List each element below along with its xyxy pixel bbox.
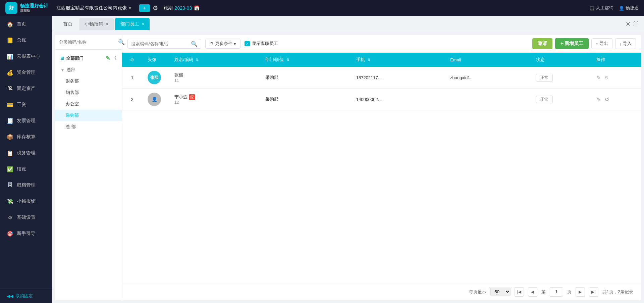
sidebar-item-settle[interactable]: ✅ 结账 <box>0 161 52 177</box>
search-input[interactable] <box>131 41 189 46</box>
add-employee-button[interactable]: + 新增员工 <box>555 38 589 49</box>
row-email: zhangxidf... <box>445 67 531 89</box>
page-number-input[interactable] <box>550 287 563 297</box>
dept-item-caigou[interactable]: 采购部 <box>55 110 122 121</box>
all-dept-item[interactable]: ⊞ 全部部门 ✎ 《 <box>55 52 122 64</box>
fund-icon: 💰 <box>7 69 13 76</box>
assets-icon: 🏗 <box>7 85 13 92</box>
tab-bar-right: ✕ ⛶ <box>626 20 639 28</box>
sidebar-item-reports[interactable]: 📊 云报表中心 <box>0 48 52 64</box>
add-company-button[interactable]: + <box>139 4 150 12</box>
employee-name: 宁小壹应 <box>174 94 255 100</box>
tab-close-icon[interactable]: ✕ <box>626 20 631 28</box>
sort-phone-icon: ⇅ <box>367 58 370 62</box>
edit-dept-icon[interactable]: ✎ <box>106 55 110 61</box>
sidebar-item-fund[interactable]: 💰 资金管理 <box>0 64 52 81</box>
search-icon[interactable]: 🔍 <box>191 41 198 47</box>
settle-icon: ✅ <box>7 166 13 172</box>
filter-button[interactable]: ⚗ 更多条件 ▾ <box>205 39 240 49</box>
col-dept[interactable]: 部门/职位 ⇅ <box>260 53 351 67</box>
sidebar-item-tax[interactable]: 📋 税务管理 <box>0 145 52 161</box>
show-resigned-toggle[interactable]: ✓ 显示离职员工 <box>245 41 278 47</box>
headset-icon: 🎧 <box>589 6 595 11</box>
sidebar-item-assets[interactable]: 🏗 固定资产 <box>0 81 52 97</box>
dept-item-caiwu[interactable]: 财务部 <box>55 75 122 87</box>
sidebar-item-archive[interactable]: 🗄 归档管理 <box>0 177 52 193</box>
tab-expense[interactable]: 小畅报销 × <box>79 18 114 30</box>
row-name: 宁小壹应12 <box>169 89 260 110</box>
col-phone[interactable]: 手机 ⇅ <box>351 53 445 67</box>
import-icon: ↓ <box>620 41 622 46</box>
edit-icon[interactable]: ✎ <box>596 74 601 81</box>
last-page-button[interactable]: ▶| <box>589 287 598 297</box>
status-badge: 正常 <box>536 74 553 82</box>
sidebar-item-expense[interactable]: 💸 小畅报销 <box>0 193 52 209</box>
name-code-group: 宁小壹应12 <box>174 94 255 105</box>
company-name[interactable]: 江西服宝精品有限责任公司内账张 ▾ <box>56 5 131 11</box>
tab-expand-icon[interactable]: ⛶ <box>633 21 639 27</box>
sidebar-item-guide[interactable]: 🎯 新手引导 <box>0 225 52 242</box>
sidebar-item-label: 工资 <box>17 102 26 108</box>
row-name: 张熙11 <box>169 67 260 89</box>
row-dept: 采购部 <box>260 67 351 89</box>
sidebar-item-label: 税务管理 <box>17 150 36 156</box>
toolbar: 🔍 ⚗ 更多条件 ▾ ✓ 显示离职员工 邀请 + 新增员工 <box>122 35 641 53</box>
top-bar-actions: + ⚙ <box>139 4 158 12</box>
left-panel: 🔍 ⊞ 全部部门 ✎ 《 ▼ 总 <box>55 35 122 300</box>
support-button[interactable]: 🎧 人工咨询 <box>589 5 613 11</box>
per-page-label: 每页显示 <box>469 289 486 295</box>
sidebar-item-home[interactable]: 🏠 首页 <box>0 16 52 32</box>
next-page-button[interactable]: ▶ <box>576 287 585 297</box>
sidebar-item-invoice[interactable]: 🧾 发票管理 <box>0 113 52 129</box>
action-icons: ✎ ⎋ <box>596 74 636 81</box>
prev-page-button[interactable]: ◀ <box>528 287 537 297</box>
sidebar-item-ledger[interactable]: 📒 总账 <box>0 32 52 48</box>
sidebar-item-settings[interactable]: ⚙ 基础设置 <box>0 209 52 225</box>
tab-close-department[interactable]: × <box>142 22 144 27</box>
per-page-select[interactable]: 50 100 200 <box>490 288 511 296</box>
dept-item-xiaoshou[interactable]: 销售部 <box>55 87 122 98</box>
sidebar-item-label: 云报表中心 <box>17 53 40 59</box>
salary-icon: 💳 <box>7 101 13 108</box>
tab-department[interactable]: 部门员工 × <box>115 18 150 30</box>
dept-item-zongbu[interactable]: ▼ 总部 <box>55 64 122 75</box>
col-settings[interactable]: ⚙ <box>122 53 142 67</box>
user-avatar[interactable]: 👤 畅捷通 <box>619 5 639 11</box>
invite-button[interactable]: 邀请 <box>532 38 552 49</box>
archive-icon: 🗄 <box>7 182 13 189</box>
col-name[interactable]: 姓名/编码 ⇅ <box>169 53 260 67</box>
delete-icon[interactable]: ⎋ <box>605 74 608 81</box>
dept-grid-icon: ⊞ <box>60 56 64 61</box>
import-button[interactable]: ↓ 导入 <box>615 38 636 49</box>
col-actions: 操作 <box>591 53 641 67</box>
settings-icon: ⚙ <box>130 57 134 62</box>
export-icon: ↑ <box>596 41 598 46</box>
unpin-button[interactable]: ◀◀ 取消固定 <box>0 289 52 303</box>
gear-icon[interactable]: ⚙ <box>153 4 158 12</box>
delete-icon[interactable]: ↺ <box>605 96 609 103</box>
sort-name-icon: ⇅ <box>196 58 199 62</box>
edit-icon[interactable]: ✎ <box>596 96 601 103</box>
sidebar-item-salary[interactable]: 💳 工资 <box>0 97 52 113</box>
sidebar-item-inventory[interactable]: 📦 库存核算 <box>0 129 52 145</box>
export-button[interactable]: ↑ 导出 <box>591 38 612 49</box>
dept-item-bangongshi[interactable]: 办公室 <box>55 98 122 110</box>
row-avatar: 张熙 <box>142 67 169 89</box>
employee-table: ⚙ 头像 姓名/编码 ⇅ 部门/职位 <box>122 53 641 283</box>
tab-close-expense[interactable]: × <box>106 22 108 27</box>
top-bar-right: 🎧 人工咨询 👤 畅捷通 <box>589 5 639 11</box>
settings-icon: ⚙ <box>7 214 13 221</box>
inventory-icon: 📦 <box>7 134 13 140</box>
dept-search-input[interactable] <box>59 40 115 45</box>
collapse-icon[interactable]: 《 <box>112 55 116 61</box>
status-badge: 正常 <box>536 96 553 103</box>
calendar-icon[interactable]: 📅 <box>194 5 200 11</box>
main-layout: 🏠 首页 📒 总账 📊 云报表中心 💰 资金管理 🏗 固定资产 💳 工资 🧾 发… <box>0 16 644 303</box>
dept-item-zongbu2[interactable]: 总 部 <box>55 121 122 133</box>
row-index: 1 <box>122 67 142 89</box>
tab-home[interactable]: 首页 <box>58 18 78 30</box>
checkbox-icon: ✓ <box>245 41 250 46</box>
employee-code: 12 <box>174 100 255 105</box>
row-dept: 采购部 <box>260 89 351 110</box>
first-page-button[interactable]: |◀ <box>515 287 524 297</box>
